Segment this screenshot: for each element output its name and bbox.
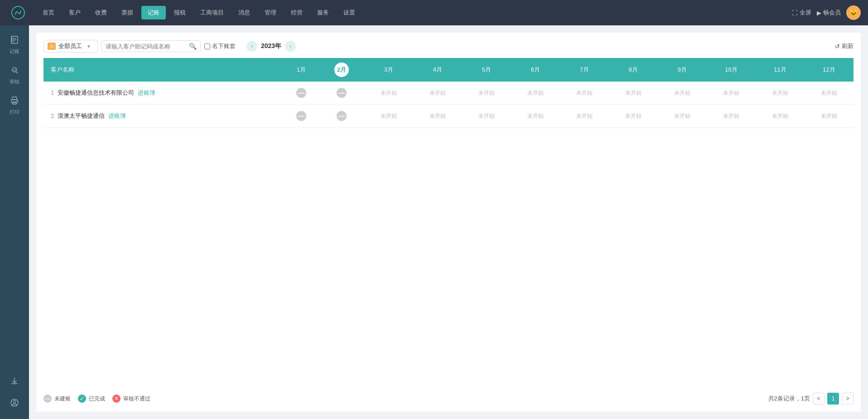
col-nov: 11月 [756,58,805,82]
year-display: 2023年 [261,42,281,50]
nav-fee[interactable]: 收费 [89,6,113,19]
month-cell: 未开始 [609,105,658,128]
legend-rejected-label: 审核不通过 [123,395,150,403]
member-button[interactable]: ▶ 畅会员 [817,9,841,17]
col-jun: 6月 [511,58,560,82]
ledger-icon [8,34,21,46]
next-year-button[interactable]: › [285,41,296,52]
col-apr: 4月 [413,58,462,82]
search-icon[interactable]: 🔍 [189,43,197,50]
sidebar-item-audit[interactable]: 审核 [0,59,29,90]
month-cell: 未开始 [364,82,413,105]
col-aug: 8月 [609,58,658,82]
toolbar: 人 全部员工 ▼ 🔍 名下账套 ‹ 2023年 › ↺ 刷新 [43,40,854,53]
my-accounts-checkbox[interactable] [204,43,210,49]
fullscreen-icon: ⛶ [792,10,798,16]
nav-right: ⛶ 全屏 ▶ 畅会员 🐱 [792,5,861,20]
client-cell: 2 漠澳太平畅捷通信进账簿 [43,105,283,128]
my-accounts-checkbox-label[interactable]: 名下账套 [204,42,236,50]
enter-ledger-link[interactable]: 进账簿 [108,112,126,119]
nav-manage[interactable]: 管理 [258,6,283,19]
sidebar-item-ledger[interactable]: 记账 [0,29,29,59]
nav-settings[interactable]: 设置 [337,6,362,19]
month-cell: 未开始 [756,105,805,128]
refresh-label: 刷新 [842,42,854,50]
table-wrap[interactable]: 客户名称 1月 2月 3月 4月 5月 6月 7月 8月 9月 10月 11月 [43,58,854,128]
nav-invoice[interactable]: 票据 [115,6,140,19]
my-accounts-label: 名下账套 [212,42,236,50]
svg-rect-5 [11,36,13,43]
nav-items: 首页 客户 收费 票据 记账 报税 工商项目 消息 管理 经营 服务 设置 [36,6,792,19]
chevron-down-icon: ▼ [87,44,91,49]
nav-message[interactable]: 消息 [232,6,256,19]
member-label: 畅会员 [823,9,841,17]
month-cell: 未开始 [511,105,560,128]
table-row: 2 漠澳太平畅捷通信进账簿——未开始未开始未开始未开始未开始未开始未开始未开始未… [43,105,854,128]
nav-tax[interactable]: 报税 [168,6,192,19]
sidebar-print-label: 打印 [10,109,19,116]
not-built-icon: — [337,88,347,98]
refresh-icon: ↺ [835,43,840,50]
month-cell: 未开始 [560,105,609,128]
col-feb: 2月 [319,58,364,82]
nav-home[interactable]: 首页 [36,6,61,19]
month-cell: 未开始 [756,82,805,105]
month-cell: 未开始 [511,82,560,105]
month-cell: 未开始 [658,82,707,105]
app-logo [7,5,29,20]
col-sep: 9月 [658,58,707,82]
legend-not-built-label: 未建账 [54,395,71,403]
col-oct: 10月 [707,58,756,82]
year-navigation: ‹ 2023年 › [246,41,296,52]
month-cell: 未开始 [805,82,854,105]
month-cell: 未开始 [364,105,413,128]
employee-select[interactable]: 人 全部员工 ▼ [43,40,98,53]
nav-operation[interactable]: 经营 [285,6,309,19]
prev-page-button[interactable]: < [813,393,825,405]
next-page-button[interactable]: > [842,393,854,405]
nav-client[interactable]: 客户 [63,6,87,19]
col-client: 客户名称 [43,58,283,82]
fullscreen-button[interactable]: ⛶ 全屏 [792,9,811,17]
client-cell: 1 安徽畅捷通信息技术有限公司进账簿 [43,82,283,105]
month-cell: — [283,105,319,128]
svg-line-8 [14,69,16,71]
month-cell: 未开始 [707,105,756,128]
pagination-info: 共2条记录，1页 [768,395,810,403]
table-row: 1 安徽畅捷通信息技术有限公司进账簿——未开始未开始未开始未开始未开始未开始未开… [43,82,854,105]
col-dec: 12月 [805,58,854,82]
enter-ledger-link[interactable]: 进账簿 [138,89,155,96]
audit-icon [8,64,21,77]
sidebar-item-download[interactable] [0,370,29,392]
search-input[interactable] [106,43,187,50]
legend-teal-dot: ✓ [78,395,86,403]
nav-service[interactable]: 服务 [311,6,335,19]
month-cell: 未开始 [707,82,756,105]
active-month-circle: 2月 [334,63,349,77]
not-built-icon: — [337,111,347,121]
page-1-button[interactable]: 1 [827,393,839,405]
col-mar: 3月 [364,58,413,82]
download-icon [8,375,21,387]
not-built-icon: — [296,88,306,98]
nav-ledger[interactable]: 记账 [141,6,166,19]
col-jul: 7月 [560,58,609,82]
search-input-wrap: 🔍 [101,40,201,52]
prev-year-button[interactable]: ‹ [246,41,257,52]
month-cell: 未开始 [560,82,609,105]
avatar[interactable]: 🐱 [846,5,861,20]
month-cell: 未开始 [658,105,707,128]
legend-red-dot: ✕ [112,395,121,403]
sidebar-item-print[interactable]: 打印 [0,90,29,120]
sidebar-item-user[interactable] [0,392,29,414]
legend-completed-label: 已完成 [89,395,105,403]
top-navigation: 首页 客户 收费 票据 记账 报税 工商项目 消息 管理 经营 服务 设置 ⛶ … [0,0,868,25]
month-cell: 未开始 [462,82,511,105]
legend-completed: ✓ 已完成 [78,395,105,403]
month-cell: 未开始 [413,82,462,105]
refresh-button[interactable]: ↺ 刷新 [835,42,854,50]
month-cell: — [283,82,319,105]
nav-business[interactable]: 工商项目 [194,6,230,19]
pagination: 共2条记录，1页 < 1 > [768,393,854,405]
month-cell: 未开始 [805,105,854,128]
